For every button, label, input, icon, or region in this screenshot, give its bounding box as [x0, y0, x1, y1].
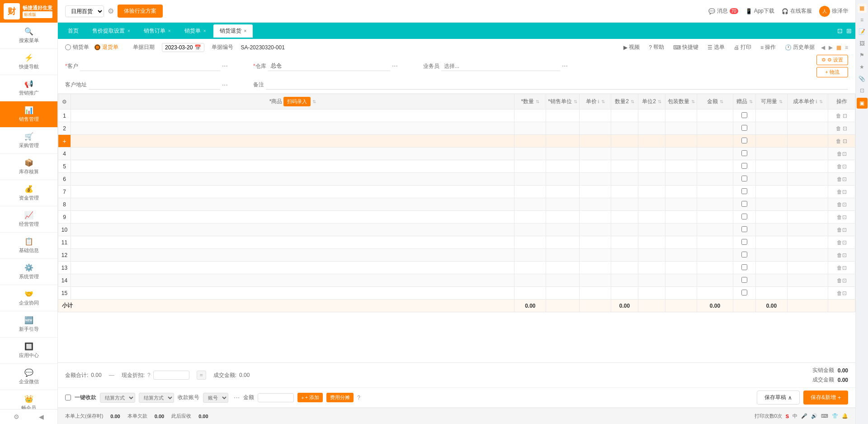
experience-btn[interactable]: 体验行业方案: [118, 5, 163, 18]
sort-icon-unit[interactable]: ⇅: [574, 99, 577, 104]
unit2-cell-1[interactable]: [638, 110, 665, 122]
amount-input[interactable]: [258, 393, 294, 402]
sidebar-item-inventory[interactable]: 📦 库存核算: [0, 154, 57, 180]
table-scroll[interactable]: ⚙ *商品 扫码录入 ⇅ *数量: [58, 94, 855, 362]
date-picker[interactable]: 2023-03-20 📅: [162, 43, 204, 52]
topbar-gear-icon[interactable]: ⚙: [108, 7, 114, 15]
window-maximize[interactable]: ⊞: [846, 27, 852, 34]
sidebar-item-shortcut[interactable]: ⚡ 快捷导航: [0, 49, 57, 75]
right-panel-clip[interactable]: 📎: [858, 74, 867, 83]
cost-cell-2[interactable]: [788, 122, 828, 135]
right-panel-list-view[interactable]: ≡: [858, 15, 867, 24]
customer-dots[interactable]: ···: [222, 62, 228, 70]
sidebar-item-member[interactable]: 👑 畅会员: [0, 390, 57, 409]
tab-sales-shipment[interactable]: 销货单 ×: [178, 24, 212, 38]
tab-sales-order-close[interactable]: ×: [168, 29, 171, 33]
delete-icon-1[interactable]: 🗑: [836, 113, 841, 119]
sidebar-item-sales[interactable]: 📊 销售管理: [0, 101, 57, 128]
discount-help-icon[interactable]: ?: [147, 372, 151, 378]
unit2-cell-3[interactable]: [638, 135, 665, 148]
tab-sales-order[interactable]: 销售订单 ×: [137, 24, 177, 38]
calc-method-select[interactable]: 结算方式: [100, 393, 135, 403]
address-dots[interactable]: ···: [222, 81, 228, 89]
app-download-btn[interactable]: 📱 App下载: [745, 7, 774, 15]
add-row-btn[interactable]: +: [61, 137, 69, 145]
sort-icon-amount[interactable]: ⇅: [720, 99, 723, 104]
industry-select[interactable]: 日用百货: [65, 5, 104, 17]
pkg-cell-2[interactable]: [665, 122, 697, 135]
tab-sales-return-close[interactable]: ×: [244, 29, 247, 33]
operation-btn[interactable]: ≡ 操作: [758, 43, 778, 52]
window-minimize[interactable]: ⊡: [837, 27, 843, 34]
qty2-cell-3[interactable]: [611, 135, 638, 148]
sidebar-item-wechat[interactable]: 💬 企业微信: [0, 364, 57, 390]
product-input-3[interactable]: [73, 138, 512, 144]
sidebar-item-operation[interactable]: 📈 经营管理: [0, 206, 57, 233]
save-new-btn[interactable]: 保存&新增 +: [803, 391, 848, 405]
available-cell-2[interactable]: [756, 122, 788, 135]
amount-cell-2[interactable]: [697, 122, 733, 135]
product-cell-1[interactable]: [71, 110, 514, 122]
sort-icon-price[interactable]: ⇅: [601, 99, 605, 104]
right-panel-note[interactable]: 📝: [858, 27, 867, 36]
sort-icon-product[interactable]: ⇅: [312, 99, 316, 104]
right-panel-star[interactable]: ★: [858, 62, 867, 71]
sidebar-item-purchase[interactable]: 🛒 采购管理: [0, 128, 57, 154]
sort-icon-gift[interactable]: ⇅: [749, 99, 753, 104]
sidebar-settings-btn[interactable]: ⚙: [14, 413, 19, 420]
history-btn[interactable]: 🕐 历史单据: [782, 43, 817, 52]
add-payment-btn[interactable]: + + 添加: [297, 393, 323, 402]
cost-cell-1[interactable]: [788, 110, 828, 122]
right-panel-image[interactable]: 🖼: [858, 39, 867, 48]
tab-home[interactable]: 首页: [61, 24, 85, 38]
qty2-cell-2[interactable]: [611, 122, 638, 135]
price-cell-1[interactable]: [580, 110, 611, 122]
setting-btn[interactable]: ⚙ ⚙ 设置: [816, 55, 848, 65]
copy-icon-1[interactable]: ⊡: [843, 113, 847, 119]
sort-icon-available[interactable]: ⇅: [779, 99, 783, 104]
one-click-payment-checkbox[interactable]: [65, 395, 71, 400]
nav-next[interactable]: ▶: [829, 44, 833, 51]
delete-icon-5[interactable]: 🗑: [837, 163, 842, 170]
delete-icon-4[interactable]: 🗑: [837, 151, 842, 157]
right-panel-copy[interactable]: ⊡: [858, 86, 867, 95]
tab-price-setting[interactable]: 售价提取设置 ×: [86, 24, 137, 38]
print-btn[interactable]: 🖨 打印: [731, 43, 754, 52]
unit-cell-1[interactable]: [546, 110, 580, 122]
video-btn[interactable]: ▶ 视频: [621, 43, 642, 52]
notification-btn[interactable]: 💬 消息 70: [708, 7, 738, 15]
address-input[interactable]: [89, 80, 220, 90]
sidebar-item-basic[interactable]: 📋 基础信息: [0, 233, 57, 259]
sort-icon-unit2[interactable]: ⇅: [658, 99, 661, 104]
shipment-radio[interactable]: 销货单: [65, 43, 89, 51]
view-toggle-grid[interactable]: ▦: [836, 44, 841, 51]
sort-icon-qty2[interactable]: ⇅: [631, 99, 634, 104]
sidebar-item-system[interactable]: ⚙️ 系统管理: [0, 259, 57, 285]
sidebar-item-finance[interactable]: 💰 资金管理: [0, 180, 57, 206]
th-gear[interactable]: ⚙: [58, 94, 71, 110]
product-cell-3[interactable]: [71, 135, 514, 148]
sort-icon-cost[interactable]: ⇅: [819, 99, 823, 104]
right-panel-orange-action[interactable]: ▣: [857, 98, 868, 109]
delete-icon-2[interactable]: 🗑: [836, 125, 841, 132]
logistics-btn[interactable]: + 物流: [816, 67, 848, 77]
discount-input[interactable]: [153, 371, 189, 380]
available-cell-1[interactable]: [756, 110, 788, 122]
help-btn[interactable]: ? 帮助: [646, 43, 667, 52]
price-cell-2[interactable]: [580, 122, 611, 135]
salesperson-input[interactable]: [441, 62, 560, 71]
copy-icon-4[interactable]: ⊡: [842, 151, 847, 157]
nav-prev[interactable]: ◀: [821, 44, 825, 51]
delete-icon-3[interactable]: 🗑: [836, 138, 841, 144]
view-toggle-list[interactable]: ≡: [845, 44, 848, 51]
sidebar-item-guide[interactable]: 🆕 新手引导: [0, 311, 57, 338]
tab-price-setting-close[interactable]: ×: [127, 29, 130, 33]
copy-icon-2[interactable]: ⊡: [843, 125, 847, 132]
online-service-btn[interactable]: 🎧 在线客服: [782, 7, 812, 15]
unit-cell-2[interactable]: [546, 122, 580, 135]
fee-help-icon[interactable]: ?: [357, 395, 360, 401]
qty2-cell-1[interactable]: [611, 110, 638, 122]
sidebar-collapse-btn[interactable]: ◀: [39, 413, 44, 420]
scan-btn[interactable]: 扫码录入: [283, 97, 311, 106]
customer-input[interactable]: [80, 62, 220, 71]
